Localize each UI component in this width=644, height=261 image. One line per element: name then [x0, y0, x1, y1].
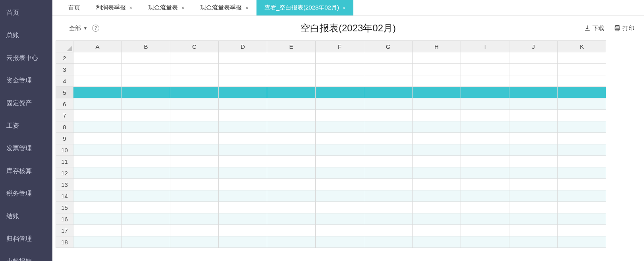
row-header-10[interactable]: 10	[56, 144, 73, 156]
spreadsheet[interactable]: ABCDEFGHIJK23456789101112131415161718	[52, 40, 644, 261]
cell-D17[interactable]	[219, 225, 267, 236]
cell-D10[interactable]	[219, 144, 267, 156]
cell-F13[interactable]	[316, 179, 364, 190]
sidebar-item-3[interactable]: 资金管理	[0, 69, 52, 92]
cell-J11[interactable]	[509, 156, 558, 167]
cell-H11[interactable]	[413, 156, 461, 167]
cell-D6[interactable]	[219, 98, 267, 110]
cell-K5[interactable]	[558, 87, 606, 98]
cell-E9[interactable]	[267, 133, 316, 144]
column-header-K[interactable]: K	[558, 41, 606, 52]
cell-B9[interactable]	[122, 133, 170, 144]
cell-F18[interactable]	[316, 236, 364, 248]
cell-G2[interactable]	[364, 52, 413, 64]
column-header-D[interactable]: D	[219, 41, 267, 52]
cell-C2[interactable]	[170, 52, 219, 64]
cell-D11[interactable]	[219, 156, 267, 167]
row-header-6[interactable]: 6	[56, 98, 73, 110]
column-header-H[interactable]: H	[413, 41, 461, 52]
sidebar-item-1[interactable]: 总账	[0, 24, 52, 47]
row-header-18[interactable]: 18	[56, 236, 73, 248]
cell-K9[interactable]	[558, 133, 606, 144]
cell-K16[interactable]	[558, 213, 606, 225]
cell-C4[interactable]	[170, 75, 219, 87]
cell-B12[interactable]	[122, 167, 170, 179]
cell-K2[interactable]	[558, 52, 606, 64]
cell-G13[interactable]	[364, 179, 413, 190]
cell-A15[interactable]	[73, 202, 122, 213]
cell-D14[interactable]	[219, 190, 267, 202]
cell-A2[interactable]	[73, 52, 122, 64]
cell-F5[interactable]	[316, 87, 364, 98]
cell-G16[interactable]	[364, 213, 413, 225]
cell-F7[interactable]	[316, 110, 364, 121]
tab-2[interactable]: 现金流量表×	[140, 0, 192, 15]
cell-E4[interactable]	[267, 75, 316, 87]
cell-J4[interactable]	[509, 75, 558, 87]
cell-A10[interactable]	[73, 144, 122, 156]
cell-D5[interactable]	[219, 87, 267, 98]
cell-F10[interactable]	[316, 144, 364, 156]
cell-E11[interactable]	[267, 156, 316, 167]
cell-B7[interactable]	[122, 110, 170, 121]
cell-B3[interactable]	[122, 64, 170, 75]
cell-J13[interactable]	[509, 179, 558, 190]
cell-K11[interactable]	[558, 156, 606, 167]
cell-C8[interactable]	[170, 121, 219, 133]
column-header-I[interactable]: I	[461, 41, 509, 52]
sidebar-item-4[interactable]: 固定资产	[0, 92, 52, 115]
cell-I18[interactable]	[461, 236, 509, 248]
cell-G3[interactable]	[364, 64, 413, 75]
select-all-corner[interactable]	[56, 41, 73, 52]
sidebar-item-10[interactable]: 归档管理	[0, 228, 52, 250]
cell-A12[interactable]	[73, 167, 122, 179]
cell-C18[interactable]	[170, 236, 219, 248]
cell-F14[interactable]	[316, 190, 364, 202]
cell-C17[interactable]	[170, 225, 219, 236]
cell-E2[interactable]	[267, 52, 316, 64]
cell-J7[interactable]	[509, 110, 558, 121]
cell-H2[interactable]	[413, 52, 461, 64]
cell-H4[interactable]	[413, 75, 461, 87]
cell-D3[interactable]	[219, 64, 267, 75]
cell-E15[interactable]	[267, 202, 316, 213]
cell-C9[interactable]	[170, 133, 219, 144]
cell-C5[interactable]	[170, 87, 219, 98]
download-button[interactable]: 下载	[584, 25, 604, 32]
cell-K4[interactable]	[558, 75, 606, 87]
cell-F4[interactable]	[316, 75, 364, 87]
cell-I10[interactable]	[461, 144, 509, 156]
cell-D2[interactable]	[219, 52, 267, 64]
close-icon[interactable]: ×	[129, 5, 132, 11]
row-header-8[interactable]: 8	[56, 121, 73, 133]
row-header-3[interactable]: 3	[56, 64, 73, 75]
cell-J17[interactable]	[509, 225, 558, 236]
cell-K12[interactable]	[558, 167, 606, 179]
column-header-B[interactable]: B	[122, 41, 170, 52]
cell-G18[interactable]	[364, 236, 413, 248]
cell-B15[interactable]	[122, 202, 170, 213]
sidebar-item-0[interactable]: 首页	[0, 2, 52, 24]
cell-D16[interactable]	[219, 213, 267, 225]
cell-H18[interactable]	[413, 236, 461, 248]
sidebar-item-6[interactable]: 发票管理	[0, 137, 52, 160]
tab-1[interactable]: 利润表季报×	[88, 0, 140, 15]
cell-F9[interactable]	[316, 133, 364, 144]
cell-J10[interactable]	[509, 144, 558, 156]
cell-A7[interactable]	[73, 110, 122, 121]
cell-B8[interactable]	[122, 121, 170, 133]
cell-G15[interactable]	[364, 202, 413, 213]
sidebar-item-2[interactable]: 云报表中心	[0, 47, 52, 69]
row-header-17[interactable]: 17	[56, 225, 73, 236]
cell-E5[interactable]	[267, 87, 316, 98]
sidebar-item-7[interactable]: 库存核算	[0, 160, 52, 182]
cell-C11[interactable]	[170, 156, 219, 167]
cell-A6[interactable]	[73, 98, 122, 110]
sidebar-item-9[interactable]: 结账	[0, 205, 52, 228]
cell-I4[interactable]	[461, 75, 509, 87]
cell-G5[interactable]	[364, 87, 413, 98]
cell-G9[interactable]	[364, 133, 413, 144]
cell-H15[interactable]	[413, 202, 461, 213]
column-header-C[interactable]: C	[170, 41, 219, 52]
cell-E13[interactable]	[267, 179, 316, 190]
